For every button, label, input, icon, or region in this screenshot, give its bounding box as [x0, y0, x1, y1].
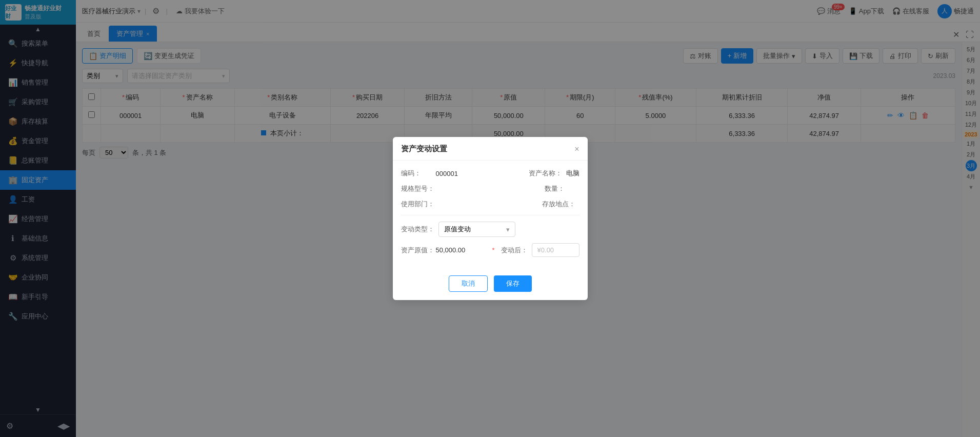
change-type-select[interactable]: 原值变动 ▾: [438, 222, 515, 237]
dialog-body: 编码： 000001 资产名称： 电脑 规格型号： 数量： 使用部门： 存放地点…: [393, 161, 588, 271]
asset-change-dialog: 资产变动设置 × 编码： 000001 资产名称： 电脑 规格型号： 数量：: [393, 137, 588, 300]
save-button[interactable]: 保存: [494, 275, 532, 292]
original-value-label: 资产原值：: [401, 246, 432, 255]
dialog-close-btn[interactable]: ×: [574, 145, 579, 154]
after-change-input[interactable]: [532, 243, 579, 257]
qty-label: 数量：: [545, 184, 575, 193]
modal-overlay[interactable]: 资产变动设置 × 编码： 000001 资产名称： 电脑 规格型号： 数量：: [0, 0, 980, 437]
dialog-title: 资产变动设置: [401, 144, 447, 154]
original-value-display: 50,000.00: [436, 246, 482, 254]
asset-name-label: 资产名称：: [529, 169, 562, 178]
after-change-label: 变动后：: [501, 246, 528, 255]
dialog-row-spec-qty: 规格型号： 数量：: [401, 184, 579, 193]
location-label: 存放地点：: [542, 200, 575, 209]
change-type-value: 原值变动: [444, 225, 471, 234]
spec-label: 规格型号：: [401, 184, 434, 193]
dialog-field-values: 资产原值： 50,000.00 * 变动后：: [401, 243, 579, 257]
required-star-icon: *: [492, 246, 495, 254]
code-label: 编码：: [401, 169, 432, 178]
dialog-field-change-type: 变动类型： 原值变动 ▾: [401, 222, 579, 237]
change-type-label: 变动类型：: [401, 225, 434, 234]
dialog-divider: [401, 215, 579, 215]
dialog-row-dept-location: 使用部门： 存放地点：: [401, 200, 579, 209]
code-value: 000001: [436, 170, 458, 177]
asset-name-value: 电脑: [566, 169, 579, 178]
chevron-down-icon5: ▾: [506, 226, 510, 233]
dialog-actions: 取消 保存: [393, 271, 588, 300]
dialog-header: 资产变动设置 ×: [393, 137, 588, 161]
cancel-button[interactable]: 取消: [449, 275, 488, 292]
dept-label: 使用部门：: [401, 200, 434, 209]
dialog-row-code-name: 编码： 000001 资产名称： 电脑: [401, 169, 579, 178]
